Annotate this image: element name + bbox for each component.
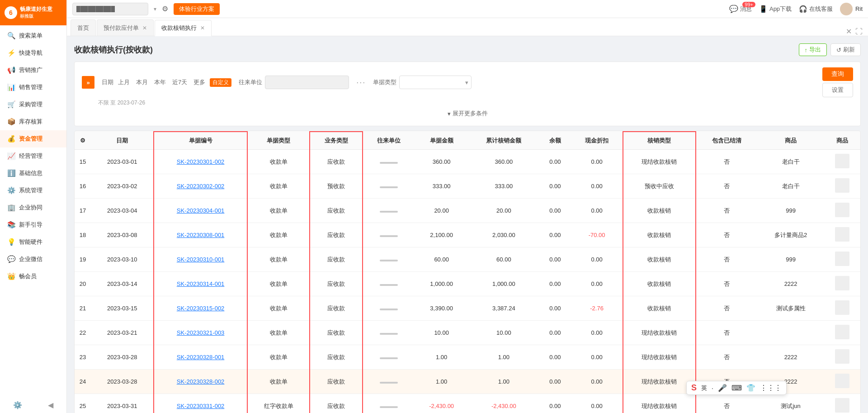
table-row[interactable]: 17 2023-03-04 SK-20230304-001 收款单 应收款 20… — [75, 199, 860, 223]
settings-icon[interactable]: ⚙️ — [13, 401, 22, 409]
cell-bill-no[interactable]: SK-20230302-002 — [154, 174, 247, 199]
sidebar-item-shortcuts[interactable]: ⚡ 快捷导航 — [0, 44, 66, 62]
cell-biz-type: 应收款 — [310, 394, 363, 413]
cell-bill-no[interactable]: SK-20230328-001 — [154, 345, 247, 370]
sidebar-item-sales[interactable]: 📊 销售管理 — [0, 79, 66, 96]
sidebar-item-member[interactable]: 👑 畅会员 — [0, 268, 66, 285]
bill-type-select[interactable] — [399, 76, 472, 89]
tab-close-icon[interactable]: ✕ — [200, 25, 205, 31]
sidebar-item-marketing[interactable]: 📢 营销推广 — [0, 62, 66, 79]
cell-no: 19 — [75, 247, 91, 272]
table-row[interactable]: 15 2023-03-01 SK-20230301-002 收款单 应收款 36… — [75, 150, 860, 174]
table-row[interactable]: 16 2023-03-02 SK-20230302-002 收款单 预收款 33… — [75, 174, 860, 199]
avatar — [840, 3, 853, 15]
sidebar-item-finance[interactable]: 💰 资金管理 — [0, 130, 66, 147]
table-row[interactable]: 18 2023-03-08 SK-20230308-001 收款单 应收款 2,… — [75, 223, 860, 247]
sidebar-item-hardware[interactable]: 💡 智能硬件 — [0, 233, 66, 251]
cell-bill-type: 收款单 — [247, 345, 310, 370]
sidebar-item-wechat[interactable]: 💬 企业微信 — [0, 251, 66, 268]
sidebar-item-search[interactable]: 🔍 搜索菜单 — [0, 27, 66, 44]
tab-write-off[interactable]: 收款核销执行 ✕ — [155, 20, 212, 36]
ime-voice-icon[interactable]: 🎤 — [718, 384, 727, 392]
cell-bill-no[interactable]: SK-20230304-001 — [154, 199, 247, 223]
cell-bill-no[interactable]: SK-20230310-001 — [154, 247, 247, 272]
expand-more-button[interactable]: ▾ 展开更多条件 — [448, 109, 488, 118]
table-row[interactable]: 19 2023-03-10 SK-20230310-001 收款单 应收款 60… — [75, 247, 860, 272]
ime-skin-icon[interactable]: 👕 — [746, 384, 755, 392]
ime-keyboard-icon[interactable]: ⌨ — [731, 384, 742, 392]
sidebar-item-operations[interactable]: 📈 经营管理 — [0, 147, 66, 165]
table-row[interactable]: 20 2023-03-14 SK-20230314-001 收款单 应收款 1,… — [75, 272, 860, 296]
cell-date: 2023-03-14 — [91, 272, 154, 296]
refresh-button[interactable]: ↺ 刷新 — [830, 43, 861, 56]
more-link[interactable]: 更多 — [192, 77, 207, 87]
last-month-link[interactable]: 上月 — [116, 77, 132, 87]
cell-bill-type: 收款单 — [247, 296, 310, 321]
table-row[interactable]: 22 2023-03-21 SK-20230321-003 收款单 应收款 10… — [75, 321, 860, 345]
cell-goods-img — [824, 150, 860, 174]
this-month-link[interactable]: 本月 — [134, 77, 150, 87]
cell-bill-no[interactable]: SK-20230308-001 — [154, 223, 247, 247]
cell-write-off-type: 现结收款核销 — [623, 345, 695, 370]
cell-bill-no[interactable]: SK-20230314-001 — [154, 272, 247, 296]
tab-close-icon[interactable]: ✕ — [142, 25, 147, 31]
settings-button[interactable]: 设置 — [822, 83, 853, 97]
export-button[interactable]: ↑ 导出 — [799, 43, 827, 56]
col-gear[interactable]: ⚙ — [75, 132, 91, 150]
table-row[interactable]: 25 2023-03-31 SK-20230331-002 红字收款单 应收款 … — [75, 394, 860, 413]
cell-include-settled: 否 — [696, 394, 758, 413]
cell-bill-no[interactable]: SK-20230331-002 — [154, 394, 247, 413]
cell-write-off-type: 预收中应收 — [623, 174, 695, 199]
ime-lang-icon[interactable]: 英 — [701, 384, 707, 392]
this-year-link[interactable]: 本年 — [152, 77, 168, 87]
partner-input[interactable] — [265, 76, 349, 89]
sidebar-item-enterprise[interactable]: 🏢 企业协同 — [0, 199, 66, 216]
sidebar-item-label: 经营管理 — [19, 152, 42, 160]
ime-dot-icon[interactable]: · — [712, 385, 713, 392]
cell-bill-no[interactable]: SK-20230301-002 — [154, 150, 247, 174]
sidebar-item-purchase[interactable]: 🛒 采购管理 — [0, 96, 66, 113]
cell-bill-amount: 20.00 — [415, 199, 468, 223]
settings-gear-icon[interactable]: ⚙ — [162, 5, 168, 13]
cell-include-settled: 否 — [696, 272, 758, 296]
message-badge[interactable]: 💬 消息 99+ — [729, 5, 752, 13]
tab-home[interactable]: 首页 — [71, 19, 96, 36]
topbar-search-input[interactable] — [72, 3, 148, 15]
industry-solution-button[interactable]: 体验行业方案 — [174, 3, 220, 15]
cell-bill-no[interactable]: SK-20230321-003 — [154, 321, 247, 345]
cell-bill-no[interactable]: SK-20230315-002 — [154, 296, 247, 321]
cell-bill-type: 收款单 — [247, 321, 310, 345]
gear-icon[interactable]: ⚙ — [80, 137, 85, 144]
query-button[interactable]: 查询 — [822, 67, 853, 81]
date-label: 日期 — [102, 78, 113, 86]
cell-total-write-off: 3,387.24 — [468, 296, 539, 321]
table-row[interactable]: 21 2023-03-15 SK-20230315-002 收款单 应收款 3,… — [75, 296, 860, 321]
cell-balance: 0.00 — [539, 345, 571, 370]
last-7-days-link[interactable]: 近7天 — [170, 77, 189, 87]
maximize-window-icon[interactable]: ⛶ — [855, 28, 863, 36]
cell-no: 21 — [75, 296, 91, 321]
cell-balance: 0.00 — [539, 150, 571, 174]
filter-expand-arrow[interactable]: » — [82, 76, 94, 89]
cell-bill-no[interactable]: SK-20230328-002 — [154, 370, 247, 394]
cell-no: 23 — [75, 345, 91, 370]
sidebar-item-basic-info[interactable]: ℹ️ 基础信息 — [0, 165, 66, 182]
table-scroll[interactable]: ⚙ 日期 单据编号 单据类型 业务类型 往来单位 单据金额 累计核销金额 余额 … — [75, 131, 860, 413]
sidebar-item-system[interactable]: ⚙️ 系统管理 — [0, 182, 66, 199]
member-icon: 👑 — [7, 272, 15, 280]
table-row[interactable]: 23 2023-03-28 SK-20230328-001 收款单 应收款 1.… — [75, 345, 860, 370]
operations-icon: 📈 — [7, 152, 15, 160]
custom-date-button[interactable]: 自定义 — [210, 78, 231, 87]
ime-more-icon[interactable]: ⋮⋮⋮ — [760, 384, 782, 392]
collapse-icon[interactable]: ◀ — [48, 401, 53, 409]
tab-label: 收款核销执行 — [161, 24, 197, 32]
more-filters-dots[interactable]: ··· — [356, 78, 366, 87]
sidebar-item-inventory[interactable]: 📦 库存核算 — [0, 113, 66, 130]
user-area[interactable]: Rit — [840, 3, 863, 15]
online-service[interactable]: 🎧 在线客服 — [799, 5, 833, 13]
tab-prepay[interactable]: 预付款应付单 ✕ — [97, 19, 154, 36]
app-download[interactable]: 📱 App下载 — [759, 5, 792, 13]
close-window-icon[interactable]: ✕ — [846, 27, 852, 36]
dropdown-arrow-icon[interactable]: ▾ — [154, 6, 156, 12]
sidebar-item-guide[interactable]: 📚 新手引导 — [0, 216, 66, 233]
